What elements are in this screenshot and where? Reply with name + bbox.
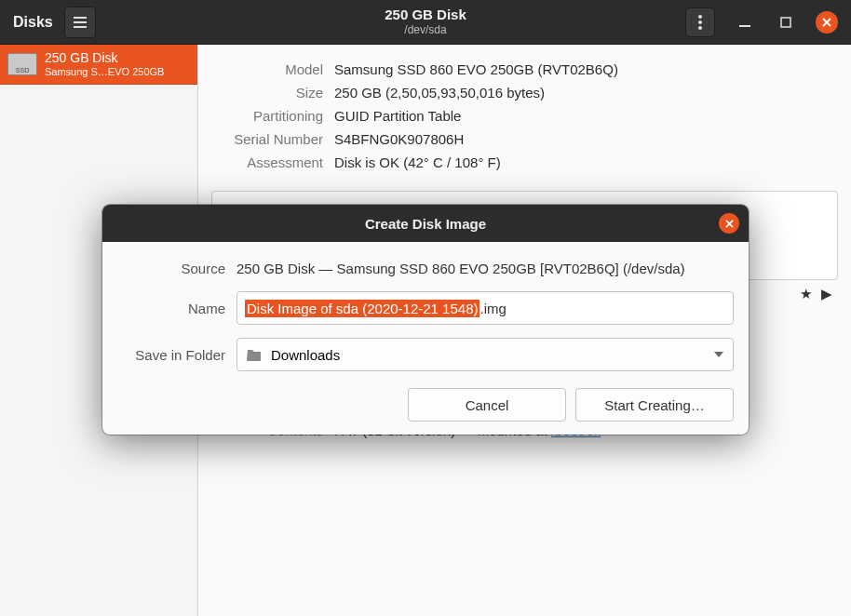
svg-rect-7	[781, 18, 790, 27]
value-partitioning: GUID Partition Table	[334, 108, 838, 124]
window-close-button[interactable]	[816, 11, 838, 33]
chevron-down-icon	[714, 352, 723, 357]
value-size: 250 GB (2,50,05,93,50,016 bytes)	[334, 85, 838, 100]
star-icon[interactable]: ★	[800, 286, 812, 302]
sidebar-disk-desc: Samsung S…EVO 250GB	[45, 66, 164, 78]
dialog-close-button[interactable]	[719, 213, 739, 234]
folder-icon	[247, 348, 262, 361]
value-serial: S4BFNG0K907806H	[334, 131, 838, 147]
label-partitioning: Partitioning	[211, 108, 323, 124]
svg-point-4	[698, 20, 702, 24]
window-titlebar: Disks 250 GB Disk /dev/sda	[0, 0, 851, 45]
window-maximize-button[interactable]	[775, 11, 797, 33]
sidebar-disk-item[interactable]: SSD 250 GB Disk Samsung S…EVO 250GB	[0, 45, 197, 85]
label-size: Size	[211, 85, 323, 100]
dialog-title: Create Disk Image	[365, 216, 486, 232]
sidebar-disk-name: 250 GB Disk	[45, 50, 164, 66]
play-icon[interactable]: ▶	[821, 286, 832, 302]
dialog-titlebar: Create Disk Image	[102, 205, 749, 242]
titlebar-left: Disks	[0, 7, 96, 38]
header-device-path: /dev/sda	[385, 23, 466, 37]
app-menu-button[interactable]	[64, 7, 96, 38]
close-icon	[725, 220, 734, 228]
value-assessment: Disk is OK (42° C / 108° F)	[334, 154, 838, 170]
svg-rect-0	[74, 17, 87, 19]
disk-info-table: Model Samsung SSD 860 EVO 250GB (RVT02B6…	[211, 61, 838, 170]
dialog-body: Source 250 GB Disk — Samsung SSD 860 EVO…	[102, 242, 749, 435]
ssd-icon: SSD	[7, 53, 37, 75]
start-creating-button[interactable]: Start Creating…	[575, 388, 734, 422]
cancel-button[interactable]: Cancel	[408, 388, 566, 422]
label-name: Name	[117, 301, 225, 316]
kebab-icon	[698, 15, 702, 30]
svg-point-5	[698, 26, 702, 30]
folder-select[interactable]: Downloads	[236, 338, 734, 371]
svg-point-3	[698, 15, 702, 19]
minimize-icon	[739, 17, 750, 28]
header-disk-label: 250 GB Disk	[385, 7, 466, 24]
label-model: Model	[211, 61, 323, 77]
close-icon	[822, 18, 831, 27]
dialog-form: Source 250 GB Disk — Samsung SSD 860 EVO…	[117, 259, 734, 371]
name-input-extension: .img	[480, 301, 506, 316]
svg-rect-2	[74, 26, 87, 28]
folder-value: Downloads	[271, 347, 340, 363]
hamburger-icon	[74, 17, 87, 28]
window-minimize-button[interactable]	[734, 11, 756, 33]
titlebar-right	[685, 7, 851, 37]
maximize-icon	[780, 17, 791, 28]
dialog-actions: Cancel Start Creating…	[117, 388, 734, 422]
app-title: Disks	[13, 14, 53, 31]
label-source: Source	[117, 261, 225, 276]
label-assessment: Assessment	[211, 154, 323, 170]
svg-rect-6	[739, 25, 750, 27]
value-model: Samsung SSD 860 EVO 250GB (RVT02B6Q)	[334, 61, 838, 77]
label-serial: Serial Number	[211, 131, 323, 147]
name-input[interactable]: Disk Image of sda (2020-12-21 1548).img	[236, 291, 734, 325]
sidebar-disk-text: 250 GB Disk Samsung S…EVO 250GB	[45, 50, 164, 78]
name-input-selection: Disk Image of sda (2020-12-21 1548)	[245, 300, 480, 317]
label-folder: Save in Folder	[117, 347, 225, 363]
disk-menu-button[interactable]	[685, 7, 715, 37]
create-disk-image-dialog: Create Disk Image Source 250 GB Disk — S…	[102, 205, 749, 435]
value-source: 250 GB Disk — Samsung SSD 860 EVO 250GB …	[236, 259, 734, 278]
titlebar-center: 250 GB Disk /dev/sda	[385, 7, 466, 38]
svg-rect-1	[74, 21, 87, 23]
